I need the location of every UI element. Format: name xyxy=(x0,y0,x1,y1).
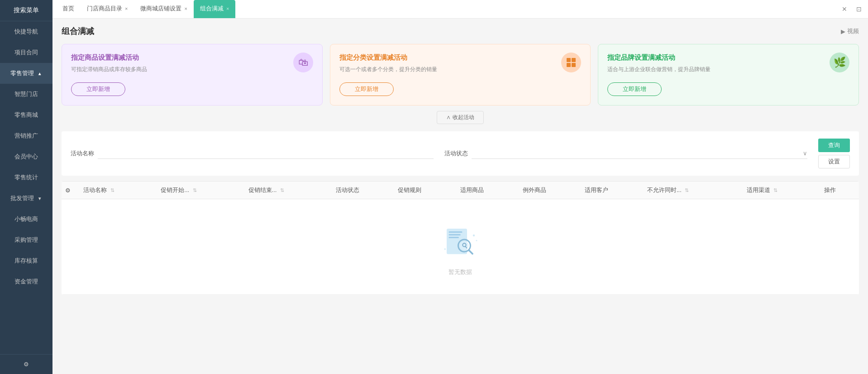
table-body: 暂无数据 xyxy=(62,199,859,295)
activity-status-dropdown[interactable]: ∨ xyxy=(472,148,807,159)
card-brand-icon: 🌿 xyxy=(830,53,849,72)
th-applicable-products: 适用商品 xyxy=(457,182,519,199)
sidebar-item-wholesale-mgmt[interactable]: 批发管理 ▼ xyxy=(0,188,52,209)
th-no-concurrent[interactable]: 不允许同时... ⇅ xyxy=(644,182,743,199)
th-applicable-customers: 适用客户 xyxy=(581,182,644,199)
card-product-desc: 可指定滞销商品或库存较多商品 xyxy=(71,66,313,73)
play-circle-icon: ▶ xyxy=(841,28,845,35)
sidebar-item-retail-mgmt[interactable]: 零售管理 ▲ xyxy=(0,63,52,84)
sidebar: 搜索菜单 快捷导航 项目合同 零售管理 ▲ 智慧门店 零售商城 营销推广 会员中… xyxy=(0,0,52,374)
svg-rect-5 xyxy=(449,231,463,233)
svg-point-9 xyxy=(460,241,469,250)
sidebar-item-marketing[interactable]: 营销推广 xyxy=(0,125,52,146)
card-category-add-btn[interactable]: 立即新增 xyxy=(339,82,394,96)
search-bar: 活动名称 活动状态 ∨ 查询 设置 xyxy=(62,131,859,176)
chevron-up-icon: ▲ xyxy=(38,71,42,76)
window-close-btn[interactable]: ✕ xyxy=(839,5,850,14)
svg-rect-1 xyxy=(572,58,576,62)
th-applicable-channels-label: 适用渠道 xyxy=(747,187,770,193)
card-brand-title: 指定品牌设置满减活动 xyxy=(607,53,849,62)
page-title: 组合满减 xyxy=(62,26,94,37)
sidebar-item-fund-mgmt[interactable]: 资金管理 xyxy=(0,271,52,292)
th-activity-status-label: 活动状态 xyxy=(336,187,359,193)
window-maximize-btn[interactable]: ⊡ xyxy=(854,5,864,14)
card-brand-desc: 适合与上游企业联合做营销，提升品牌销量 xyxy=(607,66,849,73)
th-activity-name[interactable]: 活动名称 ⇅ xyxy=(80,182,157,199)
th-exception-products: 例外商品 xyxy=(519,182,582,199)
tab-wechat-store-settings-label: 微商城店铺设置 xyxy=(140,5,181,13)
svg-rect-2 xyxy=(567,63,571,67)
card-category: 指定分类设置满减活动 可选一个或者多个分类，提升分类的销量 立即新增 xyxy=(330,44,591,105)
empty-illustration xyxy=(440,222,481,263)
th-operations: 操作 xyxy=(820,182,859,199)
gear-icon: ⚙ xyxy=(24,361,29,368)
th-promo-start-label: 促销开始... xyxy=(161,187,189,193)
empty-state: 暂无数据 xyxy=(65,204,855,290)
sidebar-item-project-contract[interactable]: 项目合同 xyxy=(0,42,52,63)
tab-home-label: 首页 xyxy=(62,5,74,13)
activity-name-label: 活动名称 xyxy=(71,149,94,158)
search-actions: 查询 设置 xyxy=(818,139,850,168)
sidebar-item-purchase-mgmt[interactable]: 采购管理 xyxy=(0,230,52,250)
collapse-bar: ∧ 收起活动 xyxy=(62,111,859,124)
table-header-row: ⚙ 活动名称 ⇅ 促销开始... ⇅ 促销结束... ⇅ xyxy=(62,182,859,199)
th-operations-label: 操作 xyxy=(824,187,836,193)
activity-status-field: 活动状态 ∨ xyxy=(444,148,807,159)
sidebar-item-inventory-calc[interactable]: 库存核算 xyxy=(0,250,52,271)
data-table: ⚙ 活动名称 ⇅ 促销开始... ⇅ 促销结束... ⇅ xyxy=(62,181,859,295)
tab-store-catalog[interactable]: 门店商品目录 × xyxy=(81,0,134,18)
svg-rect-6 xyxy=(449,234,461,235)
svg-point-14 xyxy=(476,240,477,241)
card-product-title: 指定商品设置满减活动 xyxy=(71,53,313,62)
tab-combo-discount[interactable]: 组合满减 × xyxy=(194,0,235,18)
sort-icon-promo-end: ⇅ xyxy=(280,187,284,193)
tab-store-catalog-label: 门店商品目录 xyxy=(87,5,122,13)
th-promo-end[interactable]: 促销结束... ⇅ xyxy=(245,182,332,199)
gear-icon: ⚙ xyxy=(65,187,71,194)
activity-name-field: 活动名称 xyxy=(71,148,434,159)
chevron-down-icon: ∨ xyxy=(803,150,807,157)
sort-icon-applicable-channels: ⇅ xyxy=(773,187,777,193)
svg-point-13 xyxy=(473,235,475,237)
th-applicable-channels[interactable]: 适用渠道 ⇅ xyxy=(743,182,820,199)
card-brand-add-btn[interactable]: 立即新增 xyxy=(607,82,662,96)
sidebar-search[interactable]: 搜索菜单 xyxy=(0,0,52,21)
sort-icon-promo-start: ⇅ xyxy=(193,187,197,193)
sidebar-settings-btn[interactable]: ⚙ xyxy=(0,354,52,374)
sidebar-item-retail-stats[interactable]: 零售统计 xyxy=(0,167,52,188)
svg-rect-7 xyxy=(449,237,459,238)
empty-state-row: 暂无数据 xyxy=(62,199,859,295)
th-applicable-products-label: 适用商品 xyxy=(460,187,484,193)
close-tab-combo-discount[interactable]: × xyxy=(226,6,229,11)
activity-status-label: 活动状态 xyxy=(444,149,468,158)
collapse-activities-btn[interactable]: ∧ 收起活动 xyxy=(437,111,483,124)
svg-rect-0 xyxy=(567,58,571,62)
card-product-icon: 🛍 xyxy=(293,53,313,72)
th-gear[interactable]: ⚙ xyxy=(62,182,80,199)
video-link[interactable]: ▶ 视频 xyxy=(841,27,859,35)
tab-home[interactable]: 首页 xyxy=(56,0,81,18)
card-product-add-btn[interactable]: 立即新增 xyxy=(71,82,125,96)
video-link-label: 视频 xyxy=(847,27,859,35)
sidebar-item-quick-nav[interactable]: 快捷导航 xyxy=(0,21,52,42)
sidebar-item-smart-store[interactable]: 智慧门店 xyxy=(0,84,52,105)
sidebar-item-xiaochu-ecommerce[interactable]: 小畅电商 xyxy=(0,209,52,230)
tab-wechat-store-settings[interactable]: 微商城店铺设置 × xyxy=(134,0,193,18)
svg-point-15 xyxy=(444,248,446,250)
th-activity-status: 活动状态 xyxy=(332,182,395,199)
sort-icon-activity-name: ⇅ xyxy=(110,187,114,193)
th-promo-rule-label: 促销规则 xyxy=(398,187,421,193)
th-no-concurrent-label: 不允许同时... xyxy=(647,187,682,193)
activity-name-input[interactable] xyxy=(98,148,434,159)
close-tab-store-catalog[interactable]: × xyxy=(125,6,128,11)
th-applicable-customers-label: 适用客户 xyxy=(585,187,608,193)
close-tab-wechat-store-settings[interactable]: × xyxy=(184,6,187,11)
tab-combo-discount-label: 组合满减 xyxy=(200,5,224,13)
th-promo-start[interactable]: 促销开始... ⇅ xyxy=(157,182,244,199)
sort-icon-no-concurrent: ⇅ xyxy=(685,187,689,193)
th-activity-name-label: 活动名称 xyxy=(83,187,107,193)
sidebar-item-retail-mall[interactable]: 零售商城 xyxy=(0,105,52,125)
sidebar-item-members[interactable]: 会员中心 xyxy=(0,146,52,167)
query-button[interactable]: 查询 xyxy=(818,139,850,152)
settings-button[interactable]: 设置 xyxy=(818,155,850,168)
